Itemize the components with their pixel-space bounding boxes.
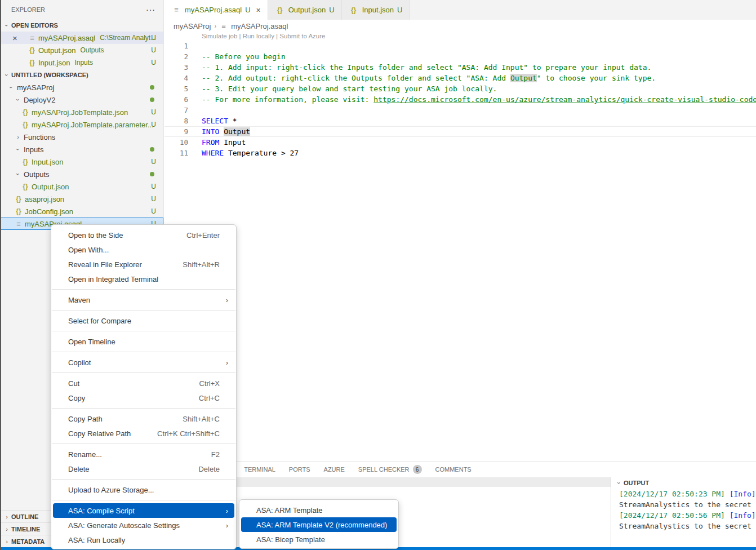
menu-item-label: Copy Relative Path (68, 429, 131, 438)
code-line-11[interactable]: 11WHERE Temperature > 27 (164, 148, 756, 158)
panel-tab-azure[interactable]: AZURE (324, 462, 345, 477)
menu-item-open-to-the-side[interactable]: Open to the SideCtrl+Enter (53, 228, 234, 242)
menu-item-copy-path[interactable]: Copy PathShift+Alt+C (53, 411, 234, 426)
tree-item-inputs[interactable]: ›Inputs (0, 143, 163, 156)
menu-item-maven[interactable]: Maven› (53, 292, 234, 307)
workspace-header[interactable]: › UNTITLED (WORKSPACE) (0, 69, 163, 81)
menu-item-rename[interactable]: Rename...F2 (53, 447, 234, 462)
modified-dot-indicator (150, 147, 154, 152)
git-status-badge: U (151, 46, 156, 54)
tab-output-json[interactable]: {}Output.jsonU (268, 0, 342, 20)
panel-tab-ports[interactable]: PORTS (289, 462, 310, 477)
open-editors-title: OPEN EDITORS (11, 22, 58, 29)
open-editor-myasaproj-asaql[interactable]: ×≡myASAProj.asaqlC:\Stream Analyt...U (0, 32, 163, 44)
open-editor-input-json[interactable]: {}Input.jsonInputsU (0, 56, 163, 69)
git-status-badge: U (397, 6, 402, 14)
menu-item-upload-to-azure-storage[interactable]: Upload to Azure Storage... (53, 482, 234, 497)
code-line-8[interactable]: 8SELECT * (164, 116, 756, 126)
menu-separator (52, 310, 235, 311)
file-context-menu: Open to the SideCtrl+EnterOpen With...Re… (51, 224, 237, 549)
tree-item-asaproj-json[interactable]: {}asaproj.jsonU (0, 193, 163, 205)
git-status-badge: U (245, 6, 250, 14)
code-editor[interactable]: 12-- Before you begin3-- 1. Add input: r… (164, 41, 756, 158)
close-icon[interactable]: × (12, 33, 27, 43)
menu-item-open-in-integrated-terminal[interactable]: Open in Integrated Terminal (53, 272, 234, 286)
menu-item-delete[interactable]: DeleteDelete (53, 462, 234, 476)
tree-item-functions[interactable]: ›Functions (0, 131, 163, 143)
panel-tab-label: COMMENTS (435, 466, 472, 473)
file-name: Output.json (38, 46, 76, 55)
section-title: OUTLINE (11, 513, 38, 520)
menu-item-asa-compile-script[interactable]: ASA: Compile Script› (53, 503, 234, 518)
tab-label: myASAProj.asaql (185, 6, 242, 14)
doc-link[interactable]: https://docs.microsoft.com/en-us/azure/s… (373, 95, 756, 104)
panel-tab-label: PORTS (289, 466, 310, 473)
output-section-header[interactable]: › OUTPUT (611, 477, 756, 489)
menu-item-open-with[interactable]: Open With... (53, 242, 234, 257)
code-line-2[interactable]: 2-- Before you begin (164, 51, 756, 62)
code-line-1[interactable]: 1 (164, 41, 756, 51)
code-line-3[interactable]: 3-- 1. Add input: right-click the Inputs… (164, 62, 756, 73)
menu-item-shortcut: Ctrl+K Ctrl+Shift+C (140, 429, 220, 438)
menu-item-open-timeline[interactable]: Open Timeline (53, 334, 234, 349)
menu-item-label: Upload to Azure Storage... (68, 486, 154, 494)
close-icon[interactable]: × (256, 6, 261, 15)
submenu-item-asa-arm-template-v2-recommended[interactable]: ASA: ARM Template V2 (recommended) (241, 517, 397, 532)
code-line-9[interactable]: 9INTO Output (164, 126, 756, 137)
tree-item-input-json[interactable]: {}Input.jsonU (0, 156, 163, 168)
open-editor-output-json[interactable]: {}Output.jsonOutputsU (0, 44, 163, 56)
menu-separator (52, 408, 235, 409)
code-segment: Output (510, 74, 537, 82)
menu-item-shortcut: Delete (181, 465, 220, 473)
folder-name: Functions (24, 133, 55, 141)
menu-item-cut[interactable]: CutCtrl+X (53, 376, 234, 391)
menu-item-select-for-compare[interactable]: Select for Compare (53, 313, 234, 328)
menu-item-copy[interactable]: CopyCtrl+C (53, 391, 234, 405)
code-segment: WHERE (202, 149, 224, 157)
open-editors-header[interactable]: › OPEN EDITORS (0, 19, 163, 32)
menu-item-asa-run-locally[interactable]: ASA: Run Locally (53, 533, 234, 547)
file-name: myASAProj.JobTemplate.parameter... (32, 121, 154, 129)
panel-tab-comments[interactable]: COMMENTS (435, 462, 472, 477)
menu-item-label: ASA: Compile Script (68, 507, 135, 515)
codelens-actions[interactable]: Simulate job | Run locally | Submit to A… (164, 32, 756, 41)
menu-item-asa-generate-autoscale-settings[interactable]: ASA: Generate Autoscale Settings› (53, 518, 234, 533)
tree-item-myasaproj[interactable]: ›myASAProj (0, 81, 163, 94)
code-line-6[interactable]: 6-- For more information, please visit: … (164, 94, 756, 105)
code-line-4[interactable]: 4-- 2. Add output: right-click the Outpu… (164, 73, 756, 83)
submenu-arrow-icon: › (226, 507, 228, 515)
breadcrumb[interactable]: myASAProj›≡myASAProj.asaql (164, 20, 756, 32)
panel-tab-spell-checker[interactable]: SPELL CHECKER6 (358, 462, 422, 477)
tree-item-deployv2[interactable]: ›DeployV2 (0, 94, 163, 106)
chevron-right-icon: › (2, 526, 11, 533)
menu-item-shortcut: Shift+Alt+R (166, 260, 220, 269)
code-line-10[interactable]: 10FROM Input (164, 137, 756, 148)
breadcrumb-item[interactable]: myASAProj.asaql (231, 22, 288, 30)
tab-input-json[interactable]: {}Input.jsonU (342, 0, 410, 20)
submenu-item-asa-arm-template[interactable]: ASA: ARM Template (241, 503, 397, 517)
modified-dot-indicator (150, 85, 154, 90)
menu-item-reveal-in-file-explorer[interactable]: Reveal in File ExplorerShift+Alt+R (53, 257, 234, 272)
json-file-icon: {} (14, 207, 24, 215)
code-line-5[interactable]: 5-- 3. Edit your query below and start t… (164, 83, 756, 94)
chevron-right-icon: › (214, 23, 216, 29)
log-segment: [2024/12/17 02:50:56 PM] (619, 511, 725, 520)
tab-myasaproj-asaql[interactable]: ≡myASAProj.asaqlU× (164, 0, 268, 20)
tree-item-outputs[interactable]: ›Outputs (0, 168, 163, 180)
menu-separator (52, 352, 235, 352)
file-name: JobConfig.json (25, 207, 73, 216)
menu-item-copy-relative-path[interactable]: Copy Relative PathCtrl+K Ctrl+Shift+C (53, 426, 234, 441)
submenu-item-asa-bicep-template[interactable]: ASA: Bicep Template (241, 532, 397, 547)
panel-tab-terminal[interactable]: TERMINAL (244, 462, 275, 477)
tree-item-myasaproj-jobtemplate-json[interactable]: {}myASAProj.JobTemplate.jsonU (0, 106, 163, 118)
breadcrumb-item[interactable]: myASAProj (174, 22, 211, 30)
tree-item-jobconfig-json[interactable]: {}JobConfig.jsonU (0, 205, 163, 218)
tree-item-output-json[interactable]: {}Output.jsonU (0, 180, 163, 193)
more-actions-icon[interactable]: ··· (146, 5, 155, 14)
code-line-7[interactable]: 7 (164, 105, 756, 116)
tree-item-myasaproj-jobtemplate-parameter[interactable]: {}myASAProj.JobTemplate.parameter...U (0, 118, 163, 131)
menu-item-label: ASA: Bicep Template (256, 535, 325, 544)
menu-item-copilot[interactable]: Copilot› (53, 355, 234, 370)
output-log-lines[interactable]: [2024/12/17 02:50:23 PM] [Info]StreamAna… (611, 489, 756, 531)
code-segment: SELECT (202, 117, 228, 125)
